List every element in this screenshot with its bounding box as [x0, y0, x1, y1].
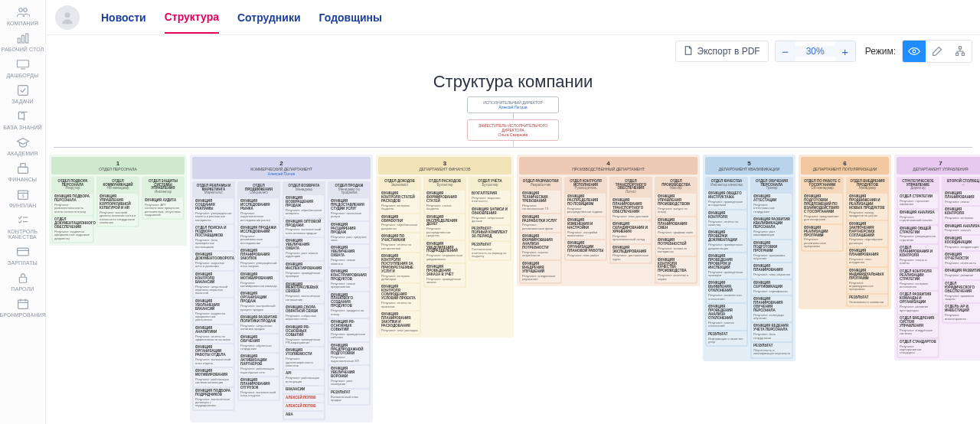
function-block[interactable]: Функция контроля поступления за приобрет…: [380, 253, 420, 282]
dept-column[interactable]: Отдел продажМенеджер по продажамФункция …: [328, 181, 371, 406]
dept-column[interactable]: Отдел контроля исполненияРуководительФун…: [564, 177, 607, 261]
function-block[interactable]: Функция изменения и настройкиРезультат: …: [566, 217, 606, 240]
dept-column[interactable]: Стратегическое управлениеДиректорОтдел с…: [897, 177, 939, 358]
function-block[interactable]: Функция аттестацииРезультат: аттестованн…: [752, 194, 792, 215]
function-block[interactable]: Функция отчётностиРезультат: отчётность: [943, 252, 980, 266]
function-block[interactable]: Функция предоставления студии услугРезул…: [329, 198, 369, 220]
dept-column[interactable]: Отдел учётаБухгалтерБухгалтерияРезультат…: [469, 177, 511, 261]
function-block[interactable]: РезультатВыполненный план продаж: [329, 390, 369, 404]
function-block[interactable]: Функция планирования обучения персоналаР…: [752, 296, 792, 322]
function-block[interactable]: Функция планированияРезультат: план внед…: [848, 248, 887, 266]
function-block[interactable]: Вакансии: [284, 386, 324, 393]
function-block[interactable]: Отдел стратегииРезультат: стратегия комп…: [898, 194, 938, 208]
dept-3[interactable]: 3Департамент финансовОтдел доходовЭконом…: [376, 155, 514, 338]
dept-column[interactable]: Отдел обучения персоналаТренерФункция ат…: [750, 177, 793, 359]
function-block[interactable]: Функция развития политики продажРезульта…: [239, 315, 279, 333]
function-block[interactable]: Функция разработки услугРезультат: реали…: [521, 214, 560, 233]
export-pdf-button[interactable]: Экспорт в PDF: [675, 41, 769, 62]
dept-column[interactable]: Отдел разработкиРазработчикФункция техни…: [519, 177, 562, 284]
function-block[interactable]: Функция документооборотаРезультат: закры…: [194, 252, 234, 270]
dept-7[interactable]: 7Департамент управленияСтратегическое уп…: [894, 155, 980, 360]
dept-column[interactable]: Отдел транспортного обеспеченияЛогистФун…: [609, 177, 652, 264]
function-block[interactable]: Функция сертификацииРезультат: сертифика…: [752, 280, 792, 295]
sidebar-item-desktop[interactable]: РАБОЧИЙ СТОЛ: [0, 29, 46, 55]
function-block[interactable]: РезультатСоставленная отчётность за пери…: [470, 242, 510, 259]
function-block[interactable]: Функция PR- основных событийРезультат: п…: [284, 325, 324, 347]
sidebar-item-company[interactable]: КОМПАНИЯ: [0, 3, 46, 29]
sidebar-item-tasks[interactable]: ЗАДАЧИ: [0, 81, 46, 107]
function-block[interactable]: Функция межотраслевых связейРезультат: з…: [284, 282, 324, 304]
function-block[interactable]: Функция активизации партнёровРезультат: …: [239, 354, 279, 376]
sidebar-item-qa[interactable]: КОНТРОЛЬ КАЧЕСТВА: [0, 211, 46, 243]
function-block[interactable]: Функция увольнения вакансийРезультат: ко…: [194, 298, 234, 324]
sidebar-item-kb[interactable]: БАЗА ЗНАНИЙ: [0, 107, 46, 133]
tab-structure[interactable]: Структура: [165, 1, 219, 34]
mode-edit-button[interactable]: [926, 41, 949, 62]
org-sub-node[interactable]: ЗАМЕСТИТЕЛЬ ИСПОЛНИТЕЛЬНОГО ДИРЕКТОРА Ол…: [467, 119, 559, 141]
sidebar-item-passwords[interactable]: ПАРОЛИ: [0, 269, 46, 295]
function-block[interactable]: Функция общей стратегииРезультат: утверж…: [898, 226, 938, 244]
dept-4[interactable]: 4Производственный департаментОтдел разра…: [517, 155, 700, 286]
function-block[interactable]: Функция оптовой продажиРезультат: выполн…: [284, 219, 324, 237]
function-block[interactable]: Функция планового создания продуктовРезу…: [329, 292, 369, 318]
function-block[interactable]: Алексей Попов: [284, 403, 324, 410]
dept-column[interactable]: Отдел рекламы и маркетингаМаркетологФунк…: [192, 181, 235, 411]
function-block[interactable]: Функция увеличения охватаРезультат: рост…: [284, 238, 324, 260]
function-block[interactable]: Функция увеличения воронкиРезультат: рос…: [329, 366, 369, 388]
function-block[interactable]: БухгалтерияРезультат: закрытая отчётност…: [470, 191, 510, 205]
function-block[interactable]: Функция складирования и храненияРезульта…: [611, 221, 651, 243]
function-block[interactable]: Функция планирования закупокРезультат: у…: [239, 248, 279, 270]
avatar[interactable]: [55, 5, 80, 30]
function-block[interactable]: Отдел внедрения систем управленияРезульт…: [898, 315, 938, 338]
function-block[interactable]: Отдел стандартовРезультат: корпоративные…: [898, 339, 938, 357]
function-block[interactable]: Отдел контроля реализации стратегииРезул…: [898, 269, 938, 291]
dept-column[interactable]: Второй столбец—Функция планированияРезул…: [942, 177, 980, 324]
sidebar-item-dashboards[interactable]: ДАШБОРДЫ: [0, 55, 46, 81]
sidebar-item-booking[interactable]: БРОНИРОВАНИЯ: [0, 295, 46, 321]
function-block[interactable]: Функция планирования сменРезультат: граф…: [656, 217, 696, 236]
tab-news[interactable]: Новости: [101, 2, 146, 33]
function-block[interactable]: Функция PR- основных событийРезультат: п…: [329, 319, 369, 341]
function-block[interactable]: Функция подбора подрядчиковРезультат: за…: [194, 388, 234, 409]
function-block[interactable]: Функция планирования транспортного обесп…: [611, 197, 651, 220]
dept-column[interactable]: Отдел по работе с госорганамиGR-менеджер…: [801, 177, 844, 252]
function-block[interactable]: Функция продажи исследованийРезультат: р…: [239, 225, 279, 246]
function-block[interactable]: Функция управления производствомРезульта…: [656, 194, 696, 216]
dept-column[interactable]: Отдел коммуникацийHR-менеджерФункция упр…: [96, 177, 139, 227]
sidebar-item-academy[interactable]: АКАДЕМИЯ: [0, 133, 46, 159]
function-block[interactable]: Функция координацииРезультат: координаци…: [943, 236, 980, 250]
dept-column[interactable]: Отдел расходовБухгалтерФункция формирова…: [423, 177, 466, 288]
function-block[interactable]: Функция контроля вакансийРезультат: акту…: [194, 272, 234, 297]
dept-column[interactable]: Отдел продвиженияСпециалистФункция иссле…: [237, 181, 280, 401]
dept-column[interactable]: Отдел внедрения продуктовМенеджерФункция…: [846, 177, 889, 307]
function-block[interactable]: Функция индивидуальных программРезультат…: [848, 268, 887, 293]
function-block[interactable]: Функция подготовки программРезультат: пр…: [752, 240, 792, 263]
function-block[interactable]: Функция проведения анализа отклоненийРез…: [707, 304, 746, 330]
function-block[interactable]: Функция аудитаРезультат: АРГ соответстви…: [143, 197, 183, 219]
function-block[interactable]: Функция анализаРезультат: анализ: [943, 223, 980, 234]
function-block[interactable]: Результат: полный комплект за период: [470, 226, 510, 240]
function-block[interactable]: Функция записи и обновленияРезультат: ак…: [470, 207, 510, 225]
function-block[interactable]: Функция мотивированияРезультат: работающ…: [194, 368, 234, 386]
function-block[interactable]: Функция аналитикиРезультат: отчёты по эф…: [194, 325, 234, 344]
function-block[interactable]: Функция контроляРезультат: отчёты по кач…: [707, 210, 746, 229]
function-block[interactable]: Функция подбора персоналаРезультат: уком…: [53, 194, 93, 215]
function-block[interactable]: Отдел развития команды и организацииРезу…: [898, 292, 938, 314]
dept-column[interactable]: Отдел качестваИнспектор качестваФункция …: [705, 177, 748, 347]
function-block[interactable]: Функция создания рекламыРезультат: утвер…: [194, 198, 234, 223]
function-block[interactable]: Функция контроля соблюдения условий прое…: [380, 284, 420, 310]
function-block[interactable]: Отдель АР и инвестицийРезультат: инвестп…: [943, 304, 980, 322]
function-block[interactable]: Функция планированияРезультат: планы: [943, 191, 980, 205]
function-block[interactable]: Функция уведомления подразделенийРезульт…: [425, 241, 465, 263]
function-block[interactable]: APIРезультат: работающие интеграции: [284, 370, 324, 385]
function-block[interactable]: Функция экспедированияРезультат: доставл…: [611, 245, 651, 263]
function-block[interactable]: Функция потребностейРезультат: заявки на…: [656, 237, 696, 256]
function-block[interactable]: Функция внедрения улучшенийРезультат: вн…: [521, 261, 560, 283]
function-block[interactable]: РезультатУзнаваемость компании: [848, 295, 887, 305]
function-block[interactable]: Функция контроля статей расходовРезульта…: [380, 191, 420, 213]
function-block[interactable]: Функция развития квалификации персоналаР…: [752, 217, 792, 239]
dept-column[interactable]: Отдел доходовЭкономистФункция контроля с…: [378, 177, 421, 335]
sidebar-item-finance[interactable]: ФИНАНСЫ: [0, 159, 46, 185]
function-block[interactable]: Функция утоляемостиРезультат: удовлетвор…: [284, 347, 324, 369]
function-block[interactable]: Функция анализаРезультат: стратегический…: [898, 210, 938, 224]
